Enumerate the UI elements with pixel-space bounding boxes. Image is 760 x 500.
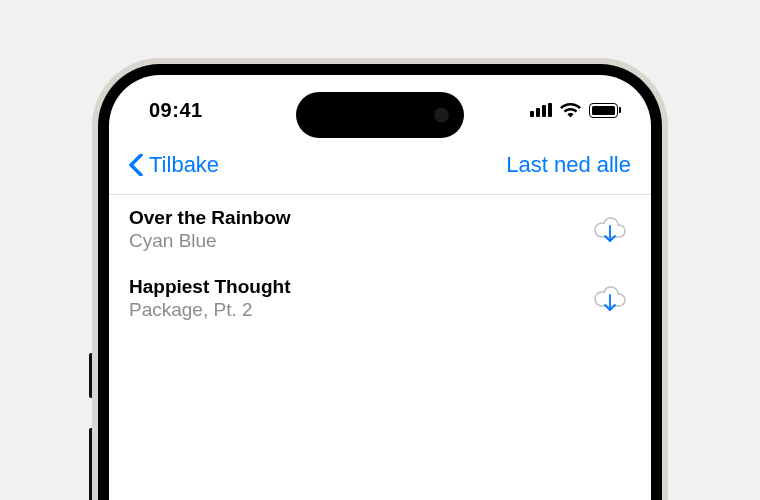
- dynamic-island: [296, 92, 464, 138]
- status-time: 09:41: [149, 99, 203, 122]
- side-button: [89, 428, 92, 500]
- navigation-bar: Tilbake Last ned alle: [109, 135, 651, 195]
- item-text: Happiest Thought Package, Pt. 2: [129, 276, 290, 321]
- track-title: Over the Rainbow: [129, 207, 291, 229]
- phone-screen: 09:41: [109, 75, 651, 500]
- camera-icon: [434, 108, 449, 123]
- wifi-icon: [560, 103, 581, 118]
- status-indicators: [530, 103, 621, 118]
- side-button: [89, 353, 92, 398]
- track-subtitle: Cyan Blue: [129, 230, 291, 252]
- list-item[interactable]: Happiest Thought Package, Pt. 2: [109, 264, 651, 333]
- phone-bezel: 09:41: [98, 64, 662, 500]
- back-button[interactable]: Tilbake: [129, 152, 219, 178]
- track-list: Over the Rainbow Cyan Blue Happiest Thou…: [109, 195, 651, 333]
- cloud-download-icon[interactable]: [589, 213, 631, 247]
- cellular-signal-icon: [530, 103, 552, 117]
- list-item[interactable]: Over the Rainbow Cyan Blue: [109, 195, 651, 264]
- back-label: Tilbake: [149, 152, 219, 178]
- phone-frame: 09:41: [92, 58, 668, 500]
- download-all-button[interactable]: Last ned alle: [506, 152, 631, 178]
- track-title: Happiest Thought: [129, 276, 290, 298]
- item-text: Over the Rainbow Cyan Blue: [129, 207, 291, 252]
- chevron-left-icon: [129, 154, 144, 176]
- track-subtitle: Package, Pt. 2: [129, 299, 290, 321]
- battery-icon: [589, 103, 621, 118]
- cloud-download-icon[interactable]: [589, 282, 631, 316]
